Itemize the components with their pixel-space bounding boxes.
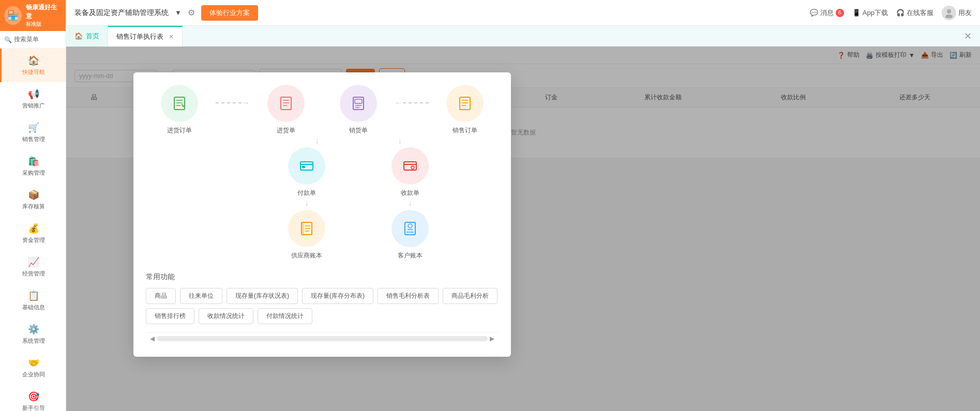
online-service-item[interactable]: 🎧 在线客服 <box>896 8 933 18</box>
download-icon: 📱 <box>852 9 861 17</box>
sidebar-item-purchase[interactable]: 🛍️ 采购管理 <box>0 149 66 183</box>
sidebar-item-basic-info[interactable]: 📋 基础信息 <box>0 284 66 317</box>
sidebar-logo: 🏪 畅康通好生意 标准版 <box>0 0 66 31</box>
btn-supplier[interactable]: 往来单位 <box>180 288 222 304</box>
svg-rect-14 <box>460 97 470 110</box>
customer-ledger-label: 客户账本 <box>398 251 423 260</box>
clipboard-icon: 📋 <box>28 290 39 301</box>
avatar <box>942 6 956 20</box>
user-item[interactable]: 用友 <box>942 6 972 20</box>
svg-rect-21 <box>404 162 416 170</box>
svg-point-23 <box>411 166 414 169</box>
experience-btn[interactable]: 体验行业方案 <box>201 5 258 21</box>
target-icon: 🎯 <box>28 391 39 402</box>
sidebar-nav: 🏠 快捷导航 📢 营销推广 🛒 销售管理 🛍️ 采购管理 📦 库存核算 💰 <box>0 49 66 411</box>
scroll-left-icon[interactable]: ◀ <box>150 335 155 342</box>
svg-rect-20 <box>302 166 305 168</box>
bag-icon: 🛍️ <box>28 156 39 167</box>
sales-order-icon <box>446 85 484 122</box>
flow-item-purchase-order[interactable]: 进货订单 <box>143 85 216 135</box>
sidebar-item-operations[interactable]: 📈 经营管理 <box>0 250 66 284</box>
cart-icon: 🛒 <box>28 122 39 133</box>
sidebar-item-guide[interactable]: 🎯 新手引导 <box>0 385 66 411</box>
common-buttons-row2: 销售排行榜 收款情况统计 付款情况统计 <box>146 308 499 324</box>
common-section: 常用功能 商品 往来单位 现存量(库存状况表) 现存量(库存分布表) 销售毛利分… <box>146 272 499 324</box>
close-main-icon[interactable]: ✕ <box>956 31 980 42</box>
search-menu[interactable]: 🔍 搜索菜单 <box>0 31 66 49</box>
scroll-row: ◀ ▶ <box>146 332 499 344</box>
message-badge: 6 <box>836 9 844 17</box>
btn-payment-stats[interactable]: 付款情况统计 <box>258 308 312 324</box>
payment-label: 付款单 <box>297 189 316 197</box>
sidebar-item-system[interactable]: ⚙️ 系统管理 <box>0 317 66 351</box>
btn-product-profit[interactable]: 商品毛利分析 <box>443 288 497 304</box>
sidebar-item-sales[interactable]: 🛒 销售管理 <box>0 116 66 149</box>
gear-icon: ⚙️ <box>28 324 39 335</box>
app-download-item[interactable]: 📱 App下载 <box>852 8 888 18</box>
svg-point-30 <box>408 224 412 228</box>
home-tab-icon: 🏠 <box>74 32 83 40</box>
sidebar-item-marketing[interactable]: 📢 营销推广 <box>0 82 66 116</box>
supplier-ledger-icon <box>288 210 325 247</box>
sidebar-item-collaboration[interactable]: 🤝 企业协同 <box>0 351 66 385</box>
btn-inventory-distribution[interactable]: 现存量(库存分布表) <box>302 288 373 304</box>
logo-icon: 🏪 <box>4 6 22 25</box>
common-buttons: 商品 往来单位 现存量(库存状况表) 现存量(库存分布表) 销售毛利分析表 商品… <box>146 288 499 304</box>
flow-item-customer-ledger[interactable]: 客户账本 <box>374 210 446 260</box>
btn-receipt-stats[interactable]: 收款情况统计 <box>199 308 253 324</box>
flow-item-sales-order[interactable]: 销售订单 <box>429 85 501 135</box>
purchase-receipt-label: 进货单 <box>277 126 295 135</box>
purchase-receipt-icon <box>267 85 305 122</box>
message-icon: 💬 <box>810 9 818 17</box>
purchase-order-icon <box>161 85 198 122</box>
payment-icon <box>288 147 325 185</box>
settings-icon[interactable]: ⚙ <box>188 8 195 18</box>
flow-item-payment[interactable]: 付款单 <box>270 147 343 197</box>
handshake-icon: 🤝 <box>28 357 39 369</box>
flow-item-receipt[interactable]: 收款单 <box>374 147 446 197</box>
money-icon: 💰 <box>28 223 39 234</box>
sidebar-item-finance[interactable]: 💰 资金管理 <box>0 217 66 250</box>
purchase-order-label: 进货订单 <box>167 126 192 135</box>
btn-sales-profit-analysis[interactable]: 销售毛利分析表 <box>378 288 439 304</box>
flow-modal: 进货订单 → 进货单 <box>133 72 511 357</box>
btn-product[interactable]: 商品 <box>146 288 176 304</box>
scroll-bar[interactable] <box>157 336 488 341</box>
sales-order-label: 销售订单 <box>453 126 477 135</box>
sales-receipt-icon <box>340 85 377 122</box>
service-icon: 🎧 <box>896 9 904 17</box>
sidebar-item-quicknav[interactable]: 🏠 快捷导航 <box>0 49 66 82</box>
flow-item-purchase-receipt[interactable]: 进货单 <box>250 85 322 135</box>
system-dropdown[interactable]: ▼ <box>175 9 182 17</box>
flow-item-supplier-ledger[interactable]: 供应商账本 <box>270 210 343 260</box>
svg-rect-6 <box>281 97 291 110</box>
tab-home[interactable]: 🏠 首页 <box>66 26 108 47</box>
svg-rect-18 <box>300 162 313 170</box>
btn-sales-ranking[interactable]: 销售排行榜 <box>146 308 194 324</box>
common-functions-title: 常用功能 <box>146 272 499 282</box>
scroll-right-icon[interactable]: ▶ <box>490 335 494 342</box>
content-area: ❓ 帮助 🖨️ 按模板打印 ▼ 📤 导出 🔄 刷新 <box>66 47 980 411</box>
tab-close-icon[interactable]: ✕ <box>169 33 174 40</box>
receipt-label: 收款单 <box>401 189 419 197</box>
box-icon: 📦 <box>28 189 39 201</box>
customer-ledger-icon <box>391 210 429 247</box>
home-icon: 🏠 <box>28 55 39 66</box>
sidebar-item-inventory[interactable]: 📦 库存核算 <box>0 183 66 217</box>
search-icon: 🔍 <box>4 36 12 43</box>
svg-point-0 <box>947 9 951 13</box>
message-item[interactable]: 💬 消息 6 <box>810 8 844 18</box>
btn-inventory-status[interactable]: 现存量(库存状况表) <box>227 288 298 304</box>
flow-item-sales-receipt[interactable]: 销货单 <box>322 85 395 135</box>
chevron-down-icon: ▼ <box>175 9 182 17</box>
chart-icon: 📈 <box>28 256 39 268</box>
supplier-ledger-label: 供应商账本 <box>291 251 322 260</box>
modal-overlay[interactable]: 进货订单 → 进货单 <box>66 47 980 411</box>
sales-receipt-label: 销货单 <box>349 126 368 135</box>
topbar: 装备及固定资产辅助管理系统 ▼ ⚙ 体验行业方案 💬 消息 6 📱 App下载 … <box>66 0 980 26</box>
system-title: 装备及固定资产辅助管理系统 <box>74 8 169 18</box>
tab-sales-order[interactable]: 销售订单执行表 ✕ <box>108 26 183 47</box>
svg-point-1 <box>945 14 953 18</box>
svg-rect-25 <box>301 222 304 235</box>
svg-rect-2 <box>174 97 185 110</box>
